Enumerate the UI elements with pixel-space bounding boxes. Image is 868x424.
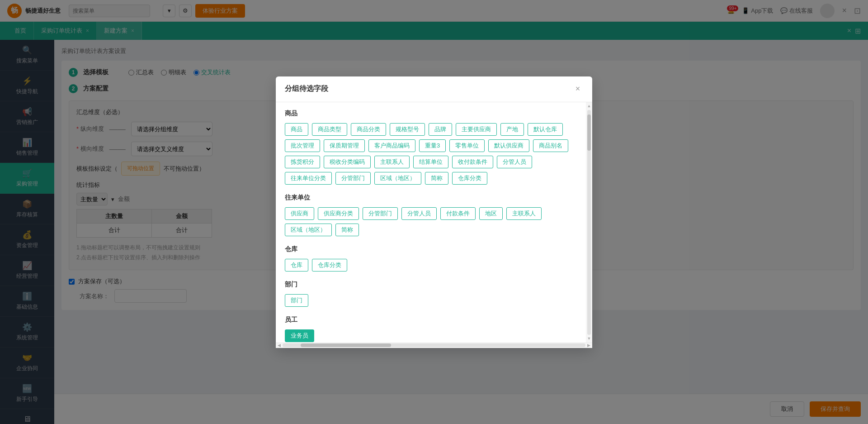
field-tag-partner-contact[interactable]: 主联系人 <box>506 207 542 220</box>
field-tag-main-contact[interactable]: 主联系人 <box>374 156 410 168</box>
field-group-partner-title: 往来单位 <box>285 194 577 202</box>
field-tag-goods-category[interactable]: 商品分类 <box>351 123 386 136</box>
scroll-down-btn[interactable]: ▼ <box>587 336 591 342</box>
field-tag-sales-rep[interactable]: 业务员 <box>285 329 314 342</box>
h-scroll-left[interactable]: ◀ <box>278 343 281 348</box>
field-tag-area[interactable]: 地区 <box>479 207 503 220</box>
field-tag-warehouse[interactable]: 仓库 <box>285 259 308 272</box>
scroll-up-btn[interactable]: ▲ <box>587 103 591 110</box>
field-tag-default-supplier[interactable]: 默认供应商 <box>488 139 529 152</box>
h-scroll-right[interactable]: ▶ <box>587 343 590 348</box>
field-tag-origin[interactable]: 产地 <box>500 123 524 136</box>
field-tag-weight3[interactable]: 重量3 <box>419 139 446 152</box>
field-group-employee-title: 员工 <box>285 316 577 324</box>
field-tag-brand[interactable]: 品牌 <box>429 123 452 136</box>
field-tag-tax-code[interactable]: 税收分类编码 <box>324 156 371 168</box>
modal-scrollbar: ▲ ▼ <box>586 102 592 343</box>
field-tag-region-goods[interactable]: 区域（地区） <box>374 172 421 185</box>
modal-overlay[interactable]: 分组待选字段 × 商品 商品 商品类型 商品分类 规格型号 品牌 主要供应商 产… <box>0 0 868 424</box>
field-tag-warehouse-cat[interactable]: 仓库分类 <box>452 172 487 185</box>
field-group-department: 部门 部门 <box>285 281 577 307</box>
modal-title: 分组待选字段 <box>285 84 328 94</box>
field-group-goods-title: 商品 <box>285 110 577 118</box>
field-tag-spec-model[interactable]: 规格型号 <box>390 123 425 136</box>
field-tag-retail-unit[interactable]: 零售单位 <box>449 139 485 152</box>
field-tag-payment-terms[interactable]: 收付款条件 <box>452 156 493 168</box>
field-tag-settlement-unit[interactable]: 结算单位 <box>413 156 448 168</box>
field-tag-goods[interactable]: 商品 <box>285 123 308 136</box>
field-group-warehouse-title: 仓库 <box>285 245 577 253</box>
field-tag-partner-region[interactable]: 区域（地区） <box>285 224 332 236</box>
field-group-goods: 商品 商品 商品类型 商品分类 规格型号 品牌 主要供应商 产地 默认仓库 批次… <box>285 110 577 185</box>
field-tag-default-warehouse[interactable]: 默认仓库 <box>528 123 563 136</box>
field-tag-abbr-goods[interactable]: 简称 <box>425 172 448 185</box>
modal-layout: 商品 商品 商品类型 商品分类 规格型号 品牌 主要供应商 产地 默认仓库 批次… <box>276 102 592 343</box>
field-tags-goods: 商品 商品类型 商品分类 规格型号 品牌 主要供应商 产地 默认仓库 批次管理 … <box>285 123 577 185</box>
field-group-department-title: 部门 <box>285 281 577 289</box>
field-tag-partner-abbr[interactable]: 简称 <box>335 224 359 236</box>
modal-body: 商品 商品 商品类型 商品分类 规格型号 品牌 主要供应商 产地 默认仓库 批次… <box>276 102 586 343</box>
scroll-thumb[interactable] <box>587 114 591 151</box>
field-tag-goods-type[interactable]: 商品类型 <box>312 123 347 136</box>
field-tag-supplier[interactable]: 供应商 <box>285 207 314 220</box>
modal-close-btn[interactable]: × <box>572 84 583 95</box>
field-tag-goods-alias[interactable]: 商品别名 <box>533 139 568 152</box>
field-tag-dept[interactable]: 分管部门 <box>335 172 371 185</box>
field-tag-main-supplier[interactable]: 主要供应商 <box>456 123 497 136</box>
h-scroll-track <box>283 343 585 347</box>
field-tag-department[interactable]: 部门 <box>285 294 308 307</box>
field-tag-partner-category[interactable]: 往来单位分类 <box>285 172 332 185</box>
field-tag-partner-dept[interactable]: 分管部门 <box>363 207 398 220</box>
field-tags-warehouse: 仓库 仓库分类 <box>285 259 577 272</box>
modal-h-scrollbar: ◀ ▶ <box>276 343 592 348</box>
field-group-partner: 往来单位 供应商 供应商分类 分管部门 分管人员 付款条件 地区 主联系人 区域… <box>285 194 577 236</box>
field-tag-supervisor[interactable]: 分管人员 <box>497 156 532 168</box>
field-tag-expiry-mgmt[interactable]: 保质期管理 <box>324 139 365 152</box>
modal-header: 分组待选字段 × <box>276 76 592 102</box>
field-tag-partner-payment[interactable]: 付款条件 <box>440 207 476 220</box>
h-scroll-thumb[interactable] <box>301 343 391 347</box>
field-group-employee: 员工 业务员 <box>285 316 577 342</box>
field-tag-customer-code[interactable]: 客户商品编码 <box>368 139 415 152</box>
field-tag-supplier-cat[interactable]: 供应商分类 <box>318 207 359 220</box>
field-tag-pick-points[interactable]: 拣货积分 <box>285 156 320 168</box>
field-tag-partner-supervisor[interactable]: 分管人员 <box>401 207 437 220</box>
field-tag-batch-mgmt[interactable]: 批次管理 <box>285 139 320 152</box>
field-tags-employee: 业务员 <box>285 329 577 342</box>
field-group-warehouse: 仓库 仓库 仓库分类 <box>285 245 577 272</box>
field-tag-warehouse-category[interactable]: 仓库分类 <box>312 259 347 272</box>
field-tags-partner: 供应商 供应商分类 分管部门 分管人员 付款条件 地区 主联系人 区域（地区） … <box>285 207 577 236</box>
scroll-track <box>587 110 591 335</box>
modal-dialog: 分组待选字段 × 商品 商品 商品类型 商品分类 规格型号 品牌 主要供应商 产… <box>276 76 592 348</box>
field-tags-department: 部门 <box>285 294 577 307</box>
